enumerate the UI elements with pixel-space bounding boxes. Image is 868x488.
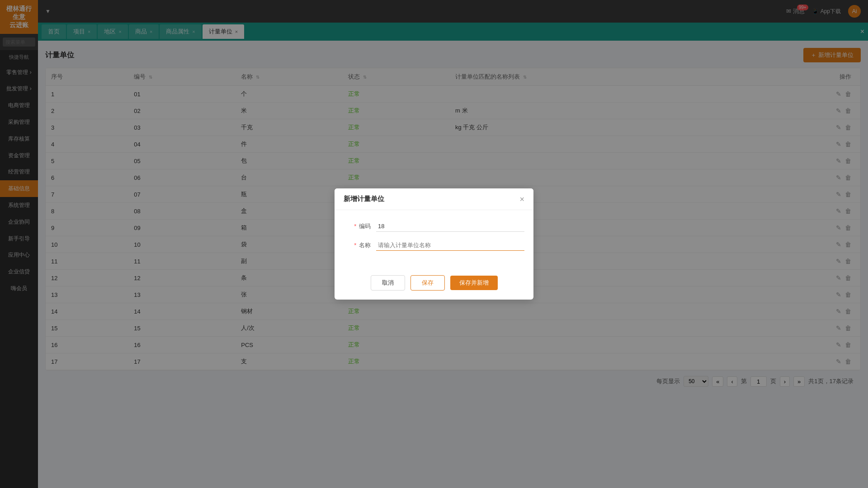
code-input[interactable] [376, 221, 524, 232]
modal-title: 新增计量单位 [344, 195, 384, 203]
modal-header: 新增计量单位 × [335, 188, 533, 210]
modal-footer: 取消 保存 保存并新增 [335, 270, 533, 300]
modal-close-button[interactable]: × [519, 195, 524, 203]
code-label: * 编码 [344, 222, 371, 230]
unit-name-input[interactable] [376, 240, 524, 251]
name-label: * 名称 [344, 241, 371, 249]
code-required-star: * [354, 223, 356, 230]
save-and-new-button[interactable]: 保存并新增 [450, 276, 498, 290]
form-row-code: * 编码 [344, 221, 524, 232]
add-unit-modal: 新增计量单位 × * 编码 * 名称 取消 保存 保存并新增 [335, 188, 533, 300]
form-row-name: * 名称 [344, 240, 524, 251]
name-required-star: * [354, 242, 356, 249]
save-button[interactable]: 保存 [410, 275, 445, 291]
modal-body: * 编码 * 名称 [335, 210, 533, 270]
cancel-button[interactable]: 取消 [371, 275, 405, 291]
modal-overlay[interactable]: 新增计量单位 × * 编码 * 名称 取消 保存 保存并新增 [0, 0, 868, 488]
